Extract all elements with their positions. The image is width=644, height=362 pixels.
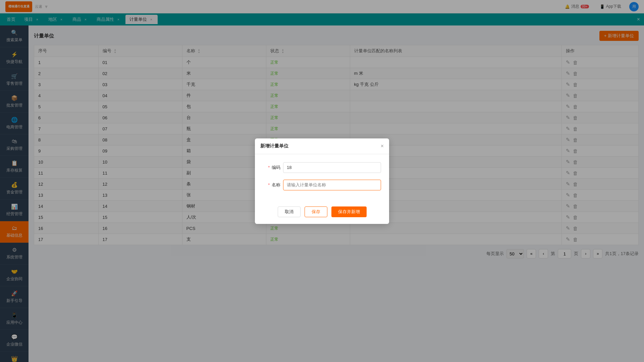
name-input[interactable] [283,180,381,190]
form-row-code: * 编码 [263,162,381,173]
modal-close-button[interactable]: × [381,143,384,149]
modal-title: 新增计量单位 [260,143,288,149]
form-name-label: * 名称 [263,182,283,188]
form-code-label: * 编码 [263,165,283,171]
name-required-mark: * [268,182,270,187]
save-button[interactable]: 保存 [305,206,327,217]
modal-header: 新增计量单位 × [255,138,389,154]
form-row-name: * 名称 [263,180,381,190]
save-continue-button[interactable]: 保存并新增 [331,206,367,217]
cancel-button[interactable]: 取消 [278,206,301,217]
modal-footer: 取消 保存 保存并新增 [255,202,389,224]
code-input[interactable] [283,162,381,173]
modal-overlay: 新增计量单位 × * 编码 * 名称 取消 保存 保存并新增 [0,0,644,362]
modal-body: * 编码 * 名称 [255,154,389,202]
code-required-mark: * [268,165,270,170]
add-unit-modal: 新增计量单位 × * 编码 * 名称 取消 保存 保存并新增 [255,138,389,224]
